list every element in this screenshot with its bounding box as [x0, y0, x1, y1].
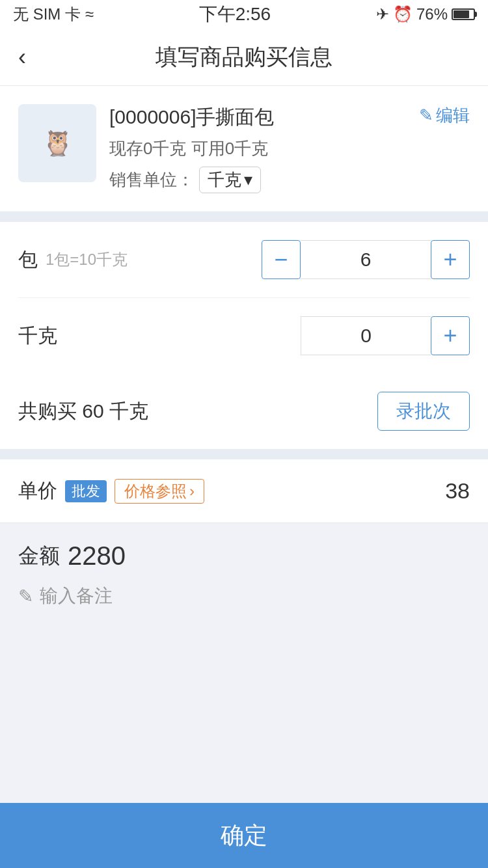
amount-section: 金额 2280 ✎ 输入备注 — [0, 522, 488, 627]
product-info: [0000006]手撕面包 ✎ 编辑 现存0千克 可用0千克 销售单位： 千克 … — [109, 104, 470, 193]
location-icon: ✈ — [376, 5, 389, 23]
kg-increase-button[interactable]: + — [431, 316, 470, 355]
unit-value: 千克 — [208, 169, 241, 191]
price-ref-arrow: › — [189, 482, 195, 500]
note-label: 输入备注 — [40, 584, 113, 608]
confirm-bar[interactable]: 确定 — [0, 803, 488, 868]
bao-increase-button[interactable]: + — [431, 240, 470, 279]
bao-controls: − + — [262, 240, 470, 279]
price-label: 单价 — [18, 478, 57, 504]
price-section: 单价 批发 价格参照 › 38 — [0, 459, 488, 522]
batch-button[interactable]: 录批次 — [377, 392, 470, 431]
dropdown-icon: ▾ — [244, 170, 252, 190]
product-name: [0000006]手撕面包 — [109, 104, 274, 131]
bao-label: 包 1包=10千克 — [18, 247, 128, 273]
kg-row: 千克 + — [18, 298, 470, 373]
bao-hint: 1包=10千克 — [46, 249, 128, 270]
edit-button[interactable]: ✎ 编辑 — [419, 104, 470, 127]
page-title: 填写商品购买信息 — [156, 42, 332, 72]
status-right: ✈ ⏰ 76% — [376, 5, 475, 23]
product-image: 🦉 — [18, 104, 96, 182]
bao-decrease-button[interactable]: − — [262, 240, 301, 279]
amount-label: 金额 — [18, 542, 60, 571]
section-divider-1 — [0, 211, 488, 222]
kg-text: 千克 — [18, 323, 57, 349]
battery-icon — [452, 8, 475, 20]
sim-label: 无 SIM 卡 ≈ — [13, 4, 94, 25]
total-text: 共购买 60 千克 — [18, 398, 148, 425]
price-ref-button[interactable]: 价格参照 › — [115, 479, 204, 504]
bao-text: 包 — [18, 247, 38, 273]
kg-input[interactable] — [301, 316, 431, 355]
product-logo: 🦉 — [42, 129, 73, 157]
unit-select[interactable]: 千克 ▾ — [199, 167, 261, 193]
price-left: 单价 批发 价格参照 › — [18, 478, 204, 504]
nav-bar: ‹ 填写商品购买信息 — [0, 29, 488, 86]
note-row[interactable]: ✎ 输入备注 — [18, 584, 470, 608]
edit-label: 编辑 — [436, 104, 470, 127]
product-stock: 现存0千克 可用0千克 — [109, 137, 470, 160]
confirm-button[interactable]: 确定 — [221, 820, 267, 852]
unit-label: 销售单位： — [109, 169, 194, 191]
product-card: 🦉 [0000006]手撕面包 ✎ 编辑 现存0千克 可用0千克 销售单位： 千… — [0, 86, 488, 211]
input-section: 包 1包=10千克 − + 千克 + — [0, 222, 488, 373]
alarm-icon: ⏰ — [393, 5, 413, 23]
price-row: 单价 批发 价格参照 › 38 — [18, 478, 470, 504]
kg-label: 千克 — [18, 323, 57, 349]
status-bar: 无 SIM 卡 ≈ 下午2:56 ✈ ⏰ 76% — [0, 0, 488, 29]
note-icon: ✎ — [18, 586, 33, 607]
back-button[interactable]: ‹ — [18, 44, 26, 71]
amount-row: 金额 2280 — [18, 541, 470, 571]
status-time: 下午2:56 — [199, 2, 271, 27]
section-divider-2 — [0, 449, 488, 459]
price-value: 38 — [445, 478, 470, 504]
kg-controls: + — [301, 316, 470, 355]
status-left: 无 SIM 卡 ≈ — [13, 4, 94, 25]
amount-value: 2280 — [68, 541, 126, 571]
battery-percent: 76% — [416, 5, 448, 23]
bao-input[interactable] — [301, 240, 431, 279]
price-ref-label: 价格参照 — [124, 481, 187, 502]
bao-row: 包 1包=10千克 − + — [18, 222, 470, 298]
edit-icon: ✎ — [419, 105, 433, 126]
product-unit: 销售单位： 千克 ▾ — [109, 167, 470, 193]
total-row: 共购买 60 千克 录批次 — [0, 373, 488, 449]
pifa-tag: 批发 — [65, 480, 107, 502]
